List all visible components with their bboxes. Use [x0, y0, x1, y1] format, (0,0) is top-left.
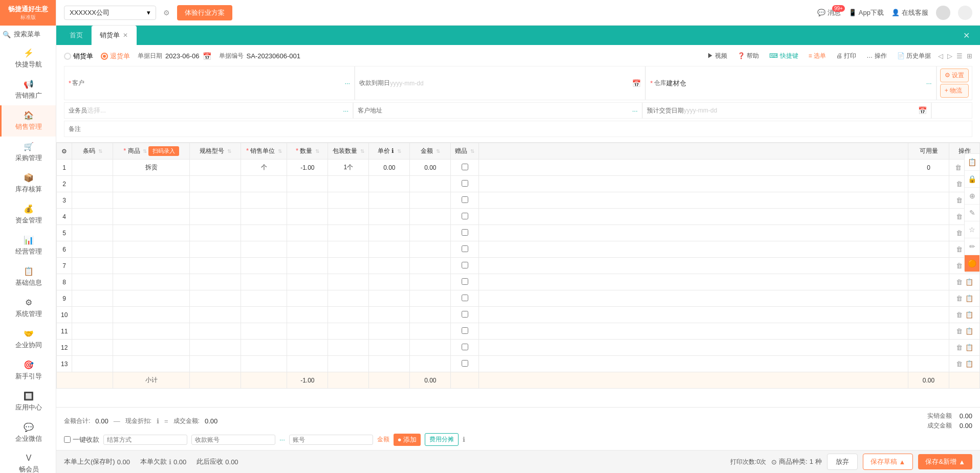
- warehouse-select-btn[interactable]: ···: [926, 79, 932, 87]
- gift-checkbox-4[interactable]: [462, 213, 468, 219]
- fee-help-icon[interactable]: ℹ: [463, 436, 465, 443]
- sidebar-item-marketing[interactable]: 📢 营销推广: [0, 74, 56, 105]
- sidebar-item-member[interactable]: V 畅会员: [0, 448, 56, 473]
- nav-next-icon[interactable]: ▷: [947, 52, 952, 60]
- float-btn-5[interactable]: ☆: [965, 221, 979, 238]
- delete-icon-8[interactable]: 🗑: [956, 278, 963, 286]
- copy-icon-13[interactable]: 📋: [965, 360, 973, 368]
- gift-checkbox-6[interactable]: [462, 245, 468, 252]
- gift-checkbox-11[interactable]: [462, 327, 468, 334]
- sidebar-item-operation[interactable]: 📊 经营管理: [0, 230, 56, 261]
- product-type-selector[interactable]: ⊙ 商品种类: 1 种: [771, 457, 821, 466]
- gift-checkbox-8[interactable]: [462, 278, 468, 285]
- th-settings[interactable]: ⚙: [57, 143, 72, 160]
- company-selector[interactable]: XXXXXX公司 ▾: [64, 6, 156, 20]
- fee-split-btn[interactable]: 费用分摊: [425, 433, 459, 446]
- bank-account-input[interactable]: [191, 435, 275, 445]
- arrears-help[interactable]: ℹ: [169, 458, 171, 466]
- copy-icon-11[interactable]: 📋: [965, 327, 973, 335]
- delete-icon-13[interactable]: 🗑: [956, 360, 963, 368]
- print-btn[interactable]: 🖨 打印: [833, 50, 859, 62]
- sidebar-item-appstore[interactable]: 🔲 应用中心: [0, 386, 56, 417]
- float-btn-6[interactable]: ✏: [965, 238, 979, 255]
- delete-icon-7[interactable]: 🗑: [956, 262, 963, 269]
- delete-icon-11[interactable]: 🗑: [956, 327, 963, 335]
- delete-icon-10[interactable]: 🗑: [956, 311, 963, 319]
- payment-date-icon[interactable]: 📅: [632, 79, 641, 87]
- gift-checkbox-5[interactable]: [462, 229, 468, 236]
- bank-account-dots[interactable]: ···: [279, 436, 285, 443]
- float-btn-1[interactable]: 📋: [965, 154, 979, 171]
- copy-icon-10[interactable]: 📋: [965, 311, 973, 319]
- tab-home[interactable]: 首页: [61, 26, 92, 45]
- date-calendar-icon[interactable]: 📅: [203, 52, 211, 60]
- radio-sales-order[interactable]: 销货单: [64, 52, 93, 61]
- gift-checkbox-10[interactable]: [462, 311, 468, 318]
- view-grid-icon[interactable]: ⊞: [967, 52, 972, 60]
- gift-checkbox-12[interactable]: [462, 344, 468, 350]
- amount-input[interactable]: [289, 435, 373, 445]
- sidebar-item-search[interactable]: 🔍 搜索菜单: [0, 26, 56, 43]
- delete-icon-12[interactable]: 🗑: [956, 344, 963, 351]
- gift-checkbox-3[interactable]: [462, 196, 468, 203]
- copy-icon-8[interactable]: 📋: [965, 278, 973, 286]
- video-btn[interactable]: ▶ 视频: [704, 50, 730, 62]
- float-btn-2[interactable]: 🔒: [965, 171, 979, 188]
- shortcut-btn[interactable]: ⌨ 快捷键: [766, 50, 801, 62]
- delete-icon-9[interactable]: 🗑: [956, 295, 963, 302]
- delete-icon-4[interactable]: 🗑: [956, 213, 963, 220]
- copy-icon-9[interactable]: 📋: [965, 295, 973, 302]
- trial-button[interactable]: 体验行业方案: [177, 5, 232, 20]
- sidebar-item-sales[interactable]: 🏠 销售管理: [0, 105, 56, 137]
- cash-discount-help[interactable]: ℹ: [157, 417, 159, 425]
- float-btn-4[interactable]: ✎: [965, 205, 979, 221]
- app-download-item[interactable]: 📱 App下载: [848, 8, 884, 17]
- sidebar-item-system[interactable]: ⚙ 系统管理: [0, 292, 56, 324]
- sidebar-item-purchase[interactable]: 🛒 采购管理: [0, 137, 56, 168]
- delete-icon-3[interactable]: 🗑: [956, 196, 963, 204]
- gift-checkbox-13[interactable]: [462, 360, 468, 367]
- avatar2[interactable]: [958, 6, 972, 20]
- gift-checkbox-1[interactable]: [462, 164, 468, 170]
- gift-checkbox-2[interactable]: [462, 180, 468, 187]
- sidebar-item-inventory[interactable]: 📦 库存核算: [0, 168, 56, 199]
- radio-return-order[interactable]: 退货单: [101, 52, 130, 61]
- help-btn[interactable]: ❓ 帮助: [734, 50, 762, 62]
- save-new-button[interactable]: 保存&新增 ▲: [918, 454, 972, 469]
- online-service-item[interactable]: 👤 在线客服: [891, 8, 928, 17]
- nav-prev-icon[interactable]: ◁: [938, 52, 943, 60]
- salesperson-select-btn[interactable]: ···: [343, 107, 349, 115]
- view-list-icon[interactable]: ☰: [956, 52, 963, 60]
- sidebar-item-basic[interactable]: 📋 基础信息: [0, 261, 56, 292]
- sidebar-item-guide[interactable]: 🎯 新手引导: [0, 355, 56, 386]
- sidebar-item-wechat[interactable]: 💬 企业微信: [0, 417, 56, 448]
- float-btn-7[interactable]: 🟠: [965, 255, 979, 272]
- float-btn-3[interactable]: ⊕: [965, 188, 979, 205]
- gift-checkbox-7[interactable]: [462, 262, 468, 268]
- sidebar-item-enterprise[interactable]: 🤝 企业协同: [0, 324, 56, 355]
- select-order-btn[interactable]: ≡ 选单: [805, 50, 829, 62]
- tab-close-icon[interactable]: ✕: [123, 32, 128, 39]
- one-click-payment-check[interactable]: [64, 436, 71, 443]
- discard-button[interactable]: 放弃: [827, 454, 858, 470]
- tab-sales-order[interactable]: 销货单 ✕: [92, 26, 137, 45]
- gift-checkbox-9[interactable]: [462, 295, 468, 301]
- save-draft-button[interactable]: 保存草稿 ▲: [863, 454, 913, 470]
- settings-btn[interactable]: ⚙ 设置: [940, 69, 969, 82]
- avatar[interactable]: [936, 6, 950, 20]
- scan-btn[interactable]: 扫码录入: [148, 146, 179, 156]
- settlement-method-input[interactable]: [103, 435, 187, 445]
- operation-btn[interactable]: … 操作: [863, 50, 889, 62]
- one-click-payment-checkbox[interactable]: 一键收款: [64, 435, 99, 444]
- customer-select-btn[interactable]: ···: [344, 79, 350, 87]
- copy-icon-12[interactable]: 📋: [965, 344, 973, 351]
- message-item[interactable]: 💬 消息 99+: [817, 8, 841, 17]
- close-window-icon[interactable]: ✕: [963, 31, 970, 40]
- delete-icon-2[interactable]: 🗑: [956, 180, 963, 188]
- history-btn[interactable]: 📄 历史单据: [894, 50, 934, 62]
- delete-icon-5[interactable]: 🗑: [956, 229, 963, 237]
- delete-icon-6[interactable]: 🗑: [956, 245, 963, 253]
- sidebar-item-finance[interactable]: 💰 资金管理: [0, 199, 56, 230]
- addr-select-btn[interactable]: ···: [632, 107, 638, 115]
- logistics-btn[interactable]: + 物流: [940, 84, 969, 98]
